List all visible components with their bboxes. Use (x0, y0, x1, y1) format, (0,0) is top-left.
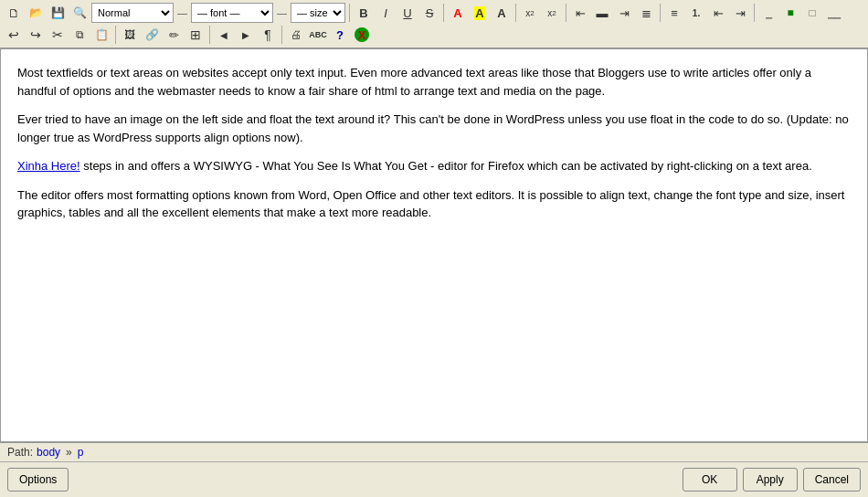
sup-icon: 2 (552, 9, 556, 17)
help-icon: ? (336, 28, 344, 42)
italic-button[interactable]: I (376, 3, 396, 23)
cancel-button[interactable]: Cancel (803, 468, 861, 492)
undo-button[interactable] (4, 25, 24, 45)
separator-9 (281, 26, 282, 44)
align-justify-icon: ≣ (641, 6, 651, 20)
align-center-button[interactable]: ▬ (592, 3, 612, 23)
ok-button[interactable]: OK (683, 468, 737, 492)
zoom-button[interactable] (69, 3, 90, 23)
align-right-icon: ⇥ (619, 6, 630, 20)
subscript-button[interactable]: x2 (520, 3, 540, 23)
new-button[interactable] (4, 3, 24, 23)
hr-button[interactable]: ⎯ (758, 3, 778, 23)
body-link[interactable]: body (37, 446, 60, 459)
path-separator: » (66, 446, 72, 459)
separator-1 (349, 4, 350, 22)
paragraph-1: Most textfields or text areas on website… (17, 64, 851, 100)
indent-button[interactable]: ⇥ (730, 3, 750, 23)
color-plain-button[interactable]: A (492, 3, 512, 23)
copy-icon: ⧉ (76, 28, 84, 41)
bold-button[interactable]: B (354, 3, 374, 23)
bottom-left: Options (7, 468, 69, 492)
toolbar-row-1: Normal — — font — — — size — B I U S A A… (4, 3, 864, 23)
save-icon (51, 6, 65, 19)
editor-content[interactable]: Most textfields or text areas on website… (0, 48, 868, 442)
strikethrough-button[interactable]: S (419, 3, 439, 23)
toolbar-row-2: ⧉ 🔗 ABC ? X (4, 25, 864, 45)
fgcolor-button[interactable]: □ (802, 3, 822, 23)
size-label-sep: — (275, 7, 289, 18)
bgcolor-icon: ■ (787, 6, 793, 19)
new-icon (8, 6, 20, 20)
style-select[interactable]: Normal (91, 3, 174, 23)
table-icon (190, 27, 201, 42)
back-icon (220, 29, 228, 40)
separator-7 (115, 26, 116, 44)
redo-button[interactable] (26, 25, 46, 45)
cut-button[interactable] (48, 25, 68, 45)
xinha-button[interactable]: X (352, 25, 372, 45)
paste-button[interactable] (91, 25, 111, 45)
color-fg-icon: A (453, 6, 461, 20)
fwd-button[interactable] (236, 25, 256, 45)
back-button[interactable] (214, 25, 234, 45)
copy-button[interactable]: ⧉ (69, 25, 90, 45)
image-icon (124, 28, 135, 41)
options-button[interactable]: Options (7, 468, 69, 492)
remove-format-button[interactable]: ⎯⎯ (824, 3, 844, 23)
bgcolor-button[interactable]: ■ (780, 3, 800, 23)
spell-button[interactable]: ABC (308, 25, 328, 45)
open-button[interactable] (26, 3, 46, 23)
zoom-icon (73, 6, 87, 19)
status-bar: Path: body » p (0, 442, 868, 461)
hr-icon: ⎯ (766, 6, 772, 19)
path-label: Path: (7, 446, 33, 459)
xinha-icon: X (355, 27, 369, 42)
color-fg-button[interactable]: A (448, 3, 468, 23)
help-button[interactable]: ? (330, 25, 350, 45)
remove-format-icon: ⎯⎯ (828, 6, 841, 19)
separator-3 (515, 4, 516, 22)
sub-icon: 2 (530, 9, 534, 17)
cut-icon (52, 27, 63, 42)
print-button[interactable] (286, 25, 306, 45)
separator-6 (754, 4, 755, 22)
paste-icon (95, 28, 109, 41)
list-ol-button[interactable]: 1. (686, 3, 706, 23)
table-button[interactable] (185, 25, 206, 45)
font-label-sep: — (175, 7, 189, 18)
xinha-link[interactable]: Xinha Here! (17, 159, 80, 173)
list-ul-button[interactable]: ≡ (664, 3, 684, 23)
outdent-button[interactable]: ⇤ (708, 3, 728, 23)
spell-icon: ABC (309, 30, 327, 39)
align-right-button[interactable]: ⇥ (614, 3, 634, 23)
pencil-icon (169, 28, 179, 42)
color-bg-button[interactable]: A (470, 3, 490, 23)
pencil-button[interactable] (164, 25, 184, 45)
open-icon (29, 6, 43, 19)
align-left-button[interactable]: ⇤ (570, 3, 590, 23)
paragraph-3-rest: steps in and offers a WYSIWYG - What You… (80, 159, 812, 173)
para-button[interactable] (258, 25, 278, 45)
p-link[interactable]: p (78, 446, 84, 459)
size-select[interactable]: — size — (291, 3, 345, 23)
link-button[interactable]: 🔗 (142, 25, 162, 45)
align-left-icon: ⇤ (576, 6, 586, 20)
paragraph-3: Xinha Here! steps in and offers a WYSIWY… (17, 157, 851, 175)
apply-button[interactable]: Apply (743, 468, 798, 492)
font-select[interactable]: — font — (191, 3, 273, 23)
color-bg-icon: A (474, 6, 484, 20)
align-justify-button[interactable]: ≣ (636, 3, 656, 23)
bottom-bar: Options OK Apply Cancel (0, 461, 868, 497)
image-button[interactable] (120, 25, 140, 45)
list-ol-icon: 1. (693, 8, 700, 18)
save-button[interactable] (48, 3, 68, 23)
bottom-right: OK Apply Cancel (683, 468, 861, 492)
indent-icon: ⇥ (736, 6, 746, 20)
align-center-icon: ▬ (597, 6, 609, 20)
toolbar: Normal — — font — — — size — B I U S A A… (0, 0, 868, 48)
superscript-button[interactable]: x2 (542, 3, 562, 23)
link-icon: 🔗 (145, 28, 159, 41)
underline-button[interactable]: U (397, 3, 418, 23)
undo-icon (8, 27, 19, 42)
